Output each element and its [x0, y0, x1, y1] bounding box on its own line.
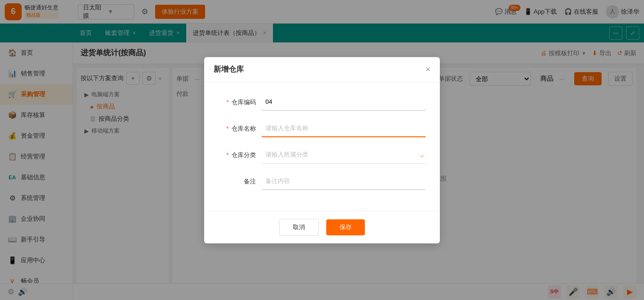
category-label: * 仓库分类 [218, 151, 256, 159]
code-label-text: 仓库编码 [231, 99, 256, 106]
form-row-code: * 仓库编码 [218, 94, 426, 111]
save-button[interactable]: 保存 [326, 219, 365, 235]
form-row-category: * 仓库分类 请输入所属分类 ⌵ [218, 147, 426, 164]
required-star-cat: * [226, 151, 229, 158]
cancel-button[interactable]: 取消 [279, 219, 319, 236]
required-star-name: * [226, 125, 229, 132]
modal-header: 新增仓库 × [204, 57, 440, 83]
modal-footer: 取消 保存 [204, 211, 440, 243]
modal-body: * 仓库编码 * 仓库名称 * 仓库分类 [204, 83, 440, 211]
category-select-wrapper: 请输入所属分类 ⌵ [262, 147, 426, 164]
name-input[interactable] [262, 120, 426, 137]
note-input[interactable] [262, 173, 426, 190]
category-dropdown-icon: ⌵ [420, 151, 424, 158]
modal-close-button[interactable]: × [425, 65, 430, 75]
code-label: * 仓库编码 [218, 98, 256, 107]
add-warehouse-modal: 新增仓库 × * 仓库编码 * 仓库名称 [204, 57, 440, 243]
code-input[interactable] [262, 94, 426, 111]
name-label-text: 仓库名称 [231, 125, 256, 132]
modal-overlay: 新增仓库 × * 仓库编码 * 仓库名称 [0, 0, 644, 300]
note-label-text: 备注 [244, 178, 256, 185]
required-star: * [226, 99, 229, 106]
modal-title: 新增仓库 [214, 65, 244, 75]
form-row-note: 备注 [218, 173, 426, 190]
name-label: * 仓库名称 [218, 125, 256, 133]
note-label: 备注 [218, 177, 256, 186]
category-label-text: 仓库分类 [231, 151, 256, 158]
form-row-name: * 仓库名称 [218, 120, 426, 137]
category-select[interactable] [262, 151, 420, 158]
